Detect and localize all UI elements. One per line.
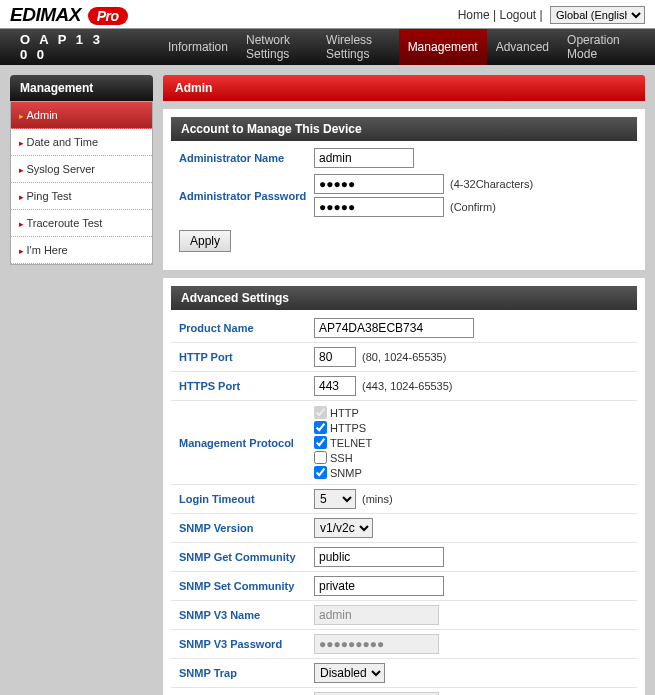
main: Admin Account to Manage This Device Admi… <box>163 75 645 695</box>
login-timeout-label: Login Timeout <box>179 493 314 505</box>
proto-snmp-checkbox[interactable] <box>314 466 327 479</box>
https-port-hint: (443, 1024-65535) <box>362 380 453 392</box>
admin-pass-input[interactable] <box>314 174 444 194</box>
sidebar-item-traceroute-test[interactable]: Traceroute Test <box>11 210 152 237</box>
proto-telnet-checkbox[interactable] <box>314 436 327 449</box>
sidebar-title: Management <box>10 75 153 101</box>
snmp-v3-name-label: SNMP V3 Name <box>179 609 314 621</box>
snmp-ver-select[interactable]: v1/v2c <box>314 518 373 538</box>
snmp-v3-pass-label: SNMP V3 Password <box>179 638 314 650</box>
snmp-get-label: SNMP Get Community <box>179 551 314 563</box>
admin-pass-confirm-input[interactable] <box>314 197 444 217</box>
proto-https-checkbox[interactable] <box>314 421 327 434</box>
admin-name-label: Administrator Name <box>179 152 314 164</box>
tab-network-settings[interactable]: Network Settings <box>237 29 317 65</box>
advanced-panel-title: Advanced Settings <box>171 286 637 310</box>
sidebar-item-admin[interactable]: Admin <box>11 102 152 129</box>
top-links: Home | Logout | Global (English) <box>458 6 645 24</box>
sidebar-box: AdminDate and TimeSyslog ServerPing Test… <box>10 101 153 265</box>
topbar: EDIMAX Pro Home | Logout | Global (Engli… <box>0 0 655 29</box>
logo: EDIMAX Pro <box>10 4 128 26</box>
tab-information[interactable]: Information <box>159 29 237 65</box>
account-panel-title: Account to Manage This Device <box>171 117 637 141</box>
home-link[interactable]: Home <box>458 8 490 22</box>
page-title: Admin <box>163 75 645 101</box>
nav-tabs: InformationNetwork SettingsWireless Sett… <box>159 29 635 65</box>
account-panel: Account to Manage This Device Administra… <box>163 109 645 270</box>
product-name-label: Product Name <box>179 322 314 334</box>
snmp-trap-select[interactable]: Disabled <box>314 663 385 683</box>
body: Management AdminDate and TimeSyslog Serv… <box>0 65 655 695</box>
snmp-v3-name-input: admin <box>314 605 439 625</box>
apply-button-1[interactable]: Apply <box>179 230 231 252</box>
logout-link[interactable]: Logout <box>500 8 537 22</box>
pass-hint2: (Confirm) <box>450 201 496 213</box>
login-timeout-hint: (mins) <box>362 493 393 505</box>
snmp-trap-label: SNMP Trap <box>179 667 314 679</box>
proto-https-label: HTTPS <box>330 422 366 434</box>
nav-bar: O A P 1 3 0 0 InformationNetwork Setting… <box>0 29 655 65</box>
snmp-ver-label: SNMP Version <box>179 522 314 534</box>
proto-list: HTTPHTTPSTELNETSSHSNMP <box>314 405 372 480</box>
login-timeout-select[interactable]: 5 <box>314 489 356 509</box>
tab-advanced[interactable]: Advanced <box>487 29 558 65</box>
snmp-v3-pass-input: ●●●●●●●●● <box>314 634 439 654</box>
mgmt-proto-label: Management Protocol <box>179 437 314 449</box>
tab-management[interactable]: Management <box>399 29 487 65</box>
https-port-label: HTTPS Port <box>179 380 314 392</box>
proto-http-checkbox <box>314 406 327 419</box>
tab-wireless-settings[interactable]: Wireless Settings <box>317 29 399 65</box>
proto-ssh-label: SSH <box>330 452 353 464</box>
snmp-get-input[interactable] <box>314 547 444 567</box>
proto-ssh-checkbox[interactable] <box>314 451 327 464</box>
http-port-input[interactable] <box>314 347 356 367</box>
snmp-set-input[interactable] <box>314 576 444 596</box>
admin-pass-label: Administrator Password <box>179 190 314 202</box>
sidebar-item-syslog-server[interactable]: Syslog Server <box>11 156 152 183</box>
sidebar-item-ping-test[interactable]: Ping Test <box>11 183 152 210</box>
http-port-hint: (80, 1024-65535) <box>362 351 446 363</box>
proto-telnet-label: TELNET <box>330 437 372 449</box>
proto-http-label: HTTP <box>330 407 359 419</box>
model-name: O A P 1 3 0 0 <box>20 32 119 62</box>
product-name-input[interactable] <box>314 318 474 338</box>
sidebar-item-i-m-here[interactable]: I'm Here <box>11 237 152 264</box>
snmp-set-label: SNMP Set Community <box>179 580 314 592</box>
admin-name-input[interactable] <box>314 148 414 168</box>
http-port-label: HTTP Port <box>179 351 314 363</box>
sidebar-item-date-and-time[interactable]: Date and Time <box>11 129 152 156</box>
tab-operation-mode[interactable]: Operation Mode <box>558 29 635 65</box>
https-port-input[interactable] <box>314 376 356 396</box>
proto-snmp-label: SNMP <box>330 467 362 479</box>
advanced-panel: Advanced Settings Product Name HTTP Port… <box>163 278 645 695</box>
pass-hint1: (4-32Characters) <box>450 178 533 190</box>
sidebar: Management AdminDate and TimeSyslog Serv… <box>10 75 153 695</box>
language-select[interactable]: Global (English) <box>550 6 645 24</box>
